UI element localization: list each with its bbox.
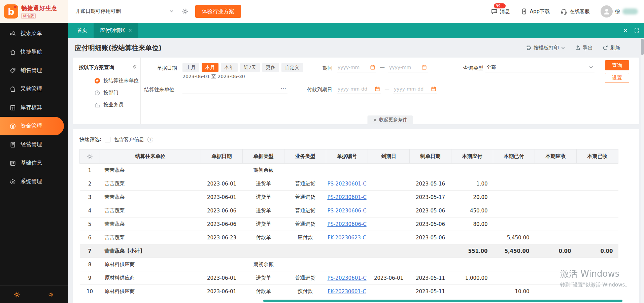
column-header[interactable]: 结算往来单位 bbox=[100, 149, 201, 164]
topbar: 开账日期可停用可删 体验行业方案 99+ 消息 bbox=[68, 0, 644, 23]
fullscreen-icon[interactable] bbox=[634, 28, 639, 33]
sidebar-item[interactable]: 基础信息 bbox=[0, 154, 68, 172]
messages-menu[interactable]: 99+ 消息 bbox=[491, 8, 510, 15]
page-header: 应付明细账(按结算往来单位) 按模板打印 bbox=[73, 38, 639, 58]
page-content: 应付明细账(按结算往来单位) 按模板打印 bbox=[68, 38, 644, 303]
doc-number-link[interactable]: PS-20230606-C bbox=[327, 208, 366, 214]
doc-number-link[interactable]: PS-20230601-C bbox=[327, 275, 366, 281]
date-range-pill[interactable]: 近7天 bbox=[240, 63, 260, 72]
windows-activation-watermark: 激活 Windows 转到“设置”以激活 Windows。 bbox=[560, 268, 630, 288]
book-icon bbox=[9, 160, 16, 167]
sidebar-settings-gear-icon[interactable] bbox=[13, 291, 20, 298]
refresh-label: 刷新 bbox=[610, 45, 620, 51]
print-template-label: 按模板打印 bbox=[534, 45, 559, 51]
date-range-pill[interactable]: 自定义 bbox=[281, 63, 303, 72]
column-header[interactable]: 本期已收 bbox=[577, 149, 618, 164]
collapse-more-button[interactable]: 收起更多条件 bbox=[367, 115, 413, 124]
close-icon[interactable] bbox=[623, 28, 628, 33]
industry-solution-button[interactable]: 体验行业方案 bbox=[195, 5, 241, 18]
due-start-input[interactable]: yyyy-mm-dd bbox=[337, 84, 381, 94]
doc-number-link[interactable]: PS-20230601-C bbox=[327, 194, 366, 200]
tab-close-icon[interactable] bbox=[128, 29, 132, 32]
doc-number-link[interactable]: FK-20230623-C bbox=[328, 235, 366, 241]
scheme-item[interactable]: 按业务员 bbox=[94, 102, 140, 108]
vertical-scrollbar[interactable] bbox=[641, 38, 644, 303]
doc-number-link[interactable]: FK-20230601-C bbox=[328, 289, 366, 295]
tab-item[interactable]: 应付明细账 bbox=[94, 23, 138, 38]
help-icon[interactable]: ? bbox=[147, 137, 153, 142]
watermark-line1: 激活 Windows bbox=[560, 268, 630, 280]
sidebar-nav: 搜索菜单快捷导航销售管理采购管理库存核算资金管理经营管理基础信息系统管理 bbox=[0, 23, 68, 285]
doc-number-link[interactable]: PS-20230606-C bbox=[327, 221, 366, 227]
column-header[interactable]: 业务类型 bbox=[284, 149, 326, 164]
sidebar-item[interactable]: 系统管理 bbox=[0, 172, 68, 191]
announcement-speaker-icon[interactable] bbox=[48, 291, 55, 298]
sidebar-item[interactable]: 库存核算 bbox=[0, 98, 68, 117]
table-row[interactable]: 6苦苦蔬菜2023-06-23付款单应付款FK-20230623-C2023-0… bbox=[80, 231, 618, 244]
printer-icon bbox=[526, 45, 532, 51]
app-download-menu[interactable]: App下载 bbox=[521, 8, 550, 15]
table-row[interactable]: 9原材料供应商2023-06-01进货单普通进货PS-20230601-C202… bbox=[80, 271, 618, 285]
sidebar-item[interactable]: 快捷导航 bbox=[0, 43, 68, 61]
table-row[interactable]: 5苦苦蔬菜2023-06-06进货单普通进货PS-20230606-C2023-… bbox=[80, 217, 618, 231]
column-header[interactable]: 本期应付 bbox=[451, 149, 493, 164]
period-end-input[interactable]: yyyy-mm bbox=[388, 62, 428, 72]
date-range-pill[interactable]: 更多 bbox=[262, 63, 279, 72]
doc-number-link[interactable]: PS-20230601-C bbox=[327, 181, 366, 187]
date-range-pill[interactable]: 本月 bbox=[202, 63, 218, 72]
table-row[interactable]: 8原材料供应商期初余额 bbox=[80, 258, 618, 271]
column-settings-button[interactable] bbox=[80, 149, 100, 164]
horizontal-scrollbar-thumb[interactable] bbox=[263, 300, 622, 302]
table-row[interactable]: 1苦苦蔬菜期初余额 bbox=[80, 164, 618, 177]
settings-gear-icon[interactable] bbox=[182, 8, 189, 15]
more-options-button[interactable]: ··· bbox=[281, 86, 286, 92]
tab-item[interactable]: 首页 bbox=[71, 23, 94, 38]
table-row[interactable]: 2苦苦蔬菜2023-06-01进货单普通进货PS-20230601-C2023-… bbox=[80, 177, 618, 191]
tabbar-actions bbox=[623, 23, 644, 38]
brand-logo-letter: b bbox=[8, 6, 14, 17]
vertical-scrollbar-thumb[interactable] bbox=[641, 39, 644, 55]
settings-button[interactable]: 设置 bbox=[605, 73, 629, 83]
column-header[interactable]: 单据类型 bbox=[243, 149, 284, 164]
due-date-label: 付款到期日 bbox=[307, 87, 332, 93]
table-row[interactable]: 7苦苦蔬菜【小计】551.005,450.000.000.00 bbox=[80, 244, 618, 258]
period-start-input[interactable]: yyyy-mm bbox=[337, 62, 376, 72]
column-header[interactable]: 单据编号 bbox=[326, 149, 368, 164]
table-row[interactable]: 4苦苦蔬菜2023-06-06进货单普通进货PS-20230606-C2023-… bbox=[80, 204, 618, 217]
user-menu[interactable]: 徐 bbox=[601, 5, 638, 18]
print-template-button[interactable]: 按模板打印 bbox=[526, 45, 565, 51]
column-header[interactable]: 制单日期 bbox=[410, 149, 451, 164]
message-bubble-icon bbox=[491, 8, 498, 15]
avatar bbox=[601, 5, 613, 18]
search-button[interactable]: 查询 bbox=[605, 60, 629, 70]
date-range-pill[interactable]: 上月 bbox=[182, 63, 199, 72]
sidebar-item[interactable]: 采购管理 bbox=[0, 80, 68, 98]
online-service-menu[interactable]: 在线客服 bbox=[561, 8, 590, 15]
query-type-select[interactable]: 全部 bbox=[485, 62, 595, 72]
scheme-item[interactable]: 按部门 bbox=[94, 90, 140, 96]
column-header[interactable]: 单据日期 bbox=[201, 149, 243, 164]
table-row[interactable]: 10原材料供应商2023-06-01付款单预付款FK-20230601-C202… bbox=[80, 285, 618, 298]
column-header[interactable]: 到期日 bbox=[368, 149, 410, 164]
refresh-button[interactable]: 刷新 bbox=[602, 45, 620, 51]
filter-buttons: 查询 设置 bbox=[605, 60, 629, 83]
date-range-text: 2023-06-01 至 2023-06-30 bbox=[182, 74, 245, 80]
collapse-left-icon[interactable] bbox=[132, 64, 137, 69]
calendar-icon bbox=[375, 86, 380, 92]
data-table: 结算往来单位单据日期单据类型业务类型单据编号到期日制单日期本期应付本期已付本期应… bbox=[79, 149, 618, 298]
sidebar-item[interactable]: 搜索菜单 bbox=[0, 24, 68, 43]
table-row[interactable]: 3苦苦蔬菜2023-06-01进货单普通进货PS-20230601-C2023-… bbox=[80, 191, 618, 204]
export-button[interactable]: 导出 bbox=[575, 45, 593, 51]
sidebar-item[interactable]: 销售管理 bbox=[0, 61, 68, 80]
sidebar-item[interactable]: 经营管理 bbox=[0, 135, 68, 154]
column-header[interactable]: 本期应收 bbox=[535, 149, 577, 164]
scheme-item[interactable]: 按结算往来单位 bbox=[94, 77, 140, 84]
opening-period-dropdown[interactable]: 开账日期可停用可删 bbox=[74, 6, 175, 17]
partner-input[interactable]: ··· bbox=[182, 84, 287, 94]
sidebar-item[interactable]: 资金管理 bbox=[0, 117, 64, 135]
date-range-pill[interactable]: 本年 bbox=[221, 63, 238, 72]
include-customer-checkbox[interactable] bbox=[105, 137, 110, 142]
username-blurred-text bbox=[622, 8, 638, 14]
due-end-input[interactable]: yyyy-mm-dd bbox=[393, 84, 437, 94]
column-header[interactable]: 本期已付 bbox=[493, 149, 535, 164]
